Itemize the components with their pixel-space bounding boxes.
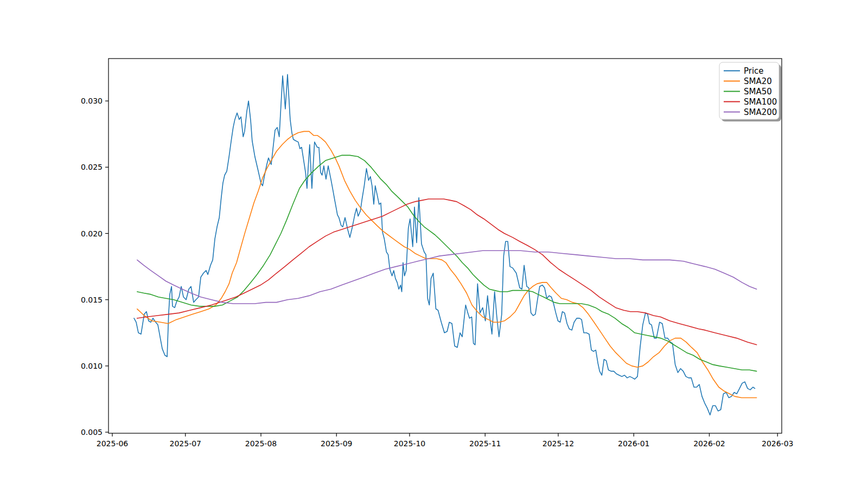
x-tick-label-6: 2025-12 (542, 439, 575, 448)
sma50-line (137, 155, 757, 371)
x-tick-label-3: 2025-09 (321, 439, 353, 448)
price-line (134, 74, 755, 415)
y-tick-label-0: 0.005 (81, 428, 103, 436)
legend-label-price: Price (744, 66, 764, 76)
x-tick-label-5: 2025-11 (469, 439, 501, 448)
y-tick-label-4: 0.025 (81, 163, 103, 171)
x-tick-label-8: 2026-02 (693, 439, 725, 448)
y-tick-label-2: 0.015 (81, 296, 103, 304)
legend-label-sma50: SMA50 (744, 87, 772, 97)
chart-canvas: 2025-062025-072025-082025-092025-102025-… (0, 0, 868, 488)
x-tick-label-1: 2025-07 (170, 439, 202, 448)
sma200-line (137, 251, 757, 304)
legend-label-sma20: SMA20 (744, 76, 772, 86)
sma20-line (137, 131, 757, 397)
y-tick-label-3: 0.020 (81, 229, 103, 238)
sma100-line (137, 199, 757, 345)
x-tick-label-0: 2025-06 (97, 439, 129, 448)
x-tick-label-2: 2025-08 (245, 439, 277, 448)
x-tick-label-9: 2026-03 (762, 439, 794, 448)
y-tick-label-1: 0.010 (81, 362, 103, 370)
x-tick-label-7: 2026-01 (618, 439, 650, 448)
legend-label-sma200: SMA200 (744, 107, 777, 117)
figure: 2025-062025-072025-082025-092025-102025-… (0, 0, 868, 488)
y-tick-label-5: 0.030 (81, 97, 103, 105)
x-tick-label-4: 2025-10 (394, 439, 426, 448)
plot-border (108, 59, 782, 433)
legend-label-sma100: SMA100 (744, 97, 777, 107)
